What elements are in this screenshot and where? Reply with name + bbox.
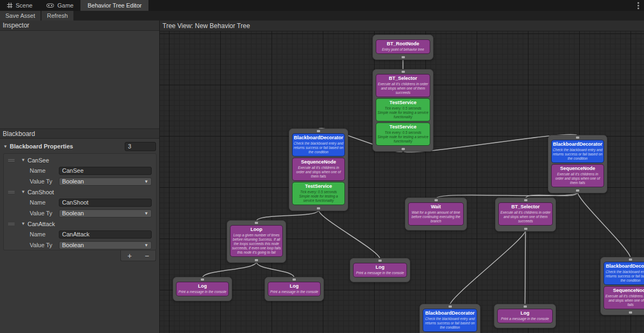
node-log[interactable]: LogPrint a message in the console xyxy=(494,304,556,328)
node-bt-rootnode[interactable]: BT_RootNodeEntry point of behavior tree xyxy=(372,35,433,60)
composite-block[interactable]: SequenceNodeExecute all it's childrens i… xyxy=(292,158,345,181)
input-port[interactable] xyxy=(629,259,632,261)
node-description: Print a message in the console xyxy=(269,290,319,294)
behavior-tree-toolbar: Save Asset Refresh xyxy=(0,11,644,21)
refresh-button[interactable]: Refresh xyxy=(42,11,73,21)
service-block[interactable]: TestServiceTick every: 0.5 secondsSimple… xyxy=(292,182,345,205)
node-log[interactable]: BlackboardDecoratorCheck the blackboard … xyxy=(419,304,480,333)
node-bt-selector[interactable]: BT_SelectorExecute all it's childrens in… xyxy=(495,198,556,232)
node-description: Execute all it's childrens in order and … xyxy=(294,166,343,179)
output-port[interactable] xyxy=(255,259,258,261)
value-type-dropdown-canshoot[interactable]: Boolean▼ xyxy=(59,209,152,218)
entry-label: CanShoot xyxy=(28,189,54,195)
output-port[interactable] xyxy=(576,189,579,192)
name-input-canattack[interactable] xyxy=(59,230,152,239)
composite-block[interactable]: BT_RootNodeEntry point of behavior tree xyxy=(376,39,430,54)
input-port[interactable] xyxy=(402,71,405,73)
decorator-block[interactable]: BlackboardDecoratorCheck the blackboard … xyxy=(292,133,345,157)
node-title: BT_RootNode xyxy=(377,41,429,47)
service-block[interactable]: TestServiceTick every: 0.5 secondsSimple… xyxy=(376,98,430,121)
composite-block[interactable]: SequenceNodeExecute all it's childrens i… xyxy=(604,286,644,309)
output-port[interactable] xyxy=(629,311,632,314)
input-port[interactable] xyxy=(576,137,579,139)
add-property-button[interactable]: + xyxy=(121,250,138,261)
node-log[interactable]: LogPrint a message in the console xyxy=(265,277,324,301)
save-asset-button[interactable]: Save Asset xyxy=(0,11,40,21)
node-title: Log xyxy=(499,310,551,317)
tab-scene[interactable]: Scene xyxy=(0,0,39,11)
node-sequencenode[interactable]: BlackboardDecoratorCheck the blackboard … xyxy=(600,257,644,315)
input-port[interactable] xyxy=(378,260,382,262)
node-log[interactable]: LogPrint a message in the console xyxy=(173,277,232,301)
input-port[interactable] xyxy=(255,222,258,224)
tab-game[interactable]: Game xyxy=(39,0,80,11)
node-loop[interactable]: LoopLoop a given number of times before … xyxy=(227,220,286,263)
blackboard-entry-canattack[interactable]: ▼CanAttack xyxy=(4,219,156,229)
composite-block[interactable]: BT_SelectorExecute all it's childrens in… xyxy=(498,202,553,226)
tab-behavior-tree-editor[interactable]: Behavior Tree Editor xyxy=(80,0,148,11)
input-port[interactable] xyxy=(524,305,527,308)
drag-handle-icon[interactable] xyxy=(8,158,15,162)
decorator-block[interactable]: BlackboardDecoratorCheck the blackboard … xyxy=(604,262,644,285)
node-title: BlackboardDecorator xyxy=(605,263,644,270)
edge[interactable] xyxy=(202,262,256,278)
foldout-arrow-icon[interactable]: ▼ xyxy=(21,189,28,194)
blackboard-entry-cansee[interactable]: ▼CanSee xyxy=(4,155,156,165)
node-subtitle: Tick every: 0.5 seconds xyxy=(377,106,429,111)
edge[interactable] xyxy=(578,192,631,258)
input-port[interactable] xyxy=(293,278,296,281)
output-port[interactable] xyxy=(402,148,405,150)
input-port[interactable] xyxy=(317,130,320,132)
composite-block[interactable]: LogPrint a message in the console xyxy=(353,263,407,277)
tree-view-canvas[interactable]: BT_RootNodeEntry point of behavior treeB… xyxy=(160,31,644,333)
value-type-value: Boolean xyxy=(62,242,84,248)
composite-block[interactable]: LogPrint a message in the console xyxy=(497,309,553,323)
value-type-label: Value Ty xyxy=(30,210,59,216)
input-port[interactable] xyxy=(201,278,204,281)
value-type-dropdown-canattack[interactable]: Boolean▼ xyxy=(59,241,152,249)
composite-block[interactable]: WaitWait for a given amount of time befo… xyxy=(408,202,464,226)
kebab-menu-icon[interactable] xyxy=(638,2,640,9)
blackboard-entry-canshoot[interactable]: ▼CanShoot xyxy=(4,187,156,197)
edge[interactable] xyxy=(450,230,526,305)
value-type-dropdown-cansee[interactable]: Boolean▼ xyxy=(59,178,152,186)
composite-block[interactable]: LogPrint a message in the console xyxy=(176,282,229,296)
output-port[interactable] xyxy=(524,228,527,230)
edge[interactable] xyxy=(256,210,318,221)
properties-count-field[interactable] xyxy=(125,142,156,151)
drag-handle-icon[interactable] xyxy=(8,190,15,194)
decorator-block[interactable]: BlackboardDecoratorCheck the blackboard … xyxy=(551,140,604,163)
input-port[interactable] xyxy=(449,305,452,308)
name-input-cansee[interactable] xyxy=(59,167,152,175)
name-input-canshoot[interactable] xyxy=(59,199,152,207)
foldout-arrow-icon[interactable]: ▼ xyxy=(3,144,10,149)
node-description: Check the blackboard entry and returns s… xyxy=(605,270,644,283)
node-sequencenode[interactable]: BlackboardDecoratorCheck the blackboard … xyxy=(548,135,607,193)
composite-block[interactable]: LoopLoop a given number of times before … xyxy=(230,225,283,257)
drag-handle-icon[interactable] xyxy=(8,222,15,226)
edge[interactable] xyxy=(318,210,380,259)
composite-block[interactable]: SequenceNodeExecute all it's childrens i… xyxy=(551,164,604,187)
service-block[interactable]: TestServiceTick every: 0.5 secondsSimple… xyxy=(376,123,430,146)
chevron-down-icon: ▼ xyxy=(144,179,148,184)
output-port[interactable] xyxy=(402,56,405,58)
input-port[interactable] xyxy=(524,199,527,201)
tab-scene-label: Scene xyxy=(16,2,32,9)
inspector-header: Inspector xyxy=(0,21,159,31)
node-testservice[interactable]: BlackboardDecoratorCheck the blackboard … xyxy=(289,128,348,211)
edge[interactable] xyxy=(525,230,526,305)
node-log[interactable]: LogPrint a message in the console xyxy=(350,258,410,282)
foldout-arrow-icon[interactable]: ▼ xyxy=(21,221,28,226)
output-port[interactable] xyxy=(317,207,320,209)
edge[interactable] xyxy=(256,262,294,278)
foldout-arrow-icon[interactable]: ▼ xyxy=(21,158,28,162)
node-title: BlackboardDecorator xyxy=(294,135,343,141)
node-wait[interactable]: WaitWait for a given amount of time befo… xyxy=(405,198,467,230)
input-port[interactable] xyxy=(435,199,438,201)
composite-block[interactable]: LogPrint a message in the console xyxy=(268,282,321,296)
decorator-block[interactable]: BlackboardDecoratorCheck the blackboard … xyxy=(423,309,477,332)
composite-block[interactable]: BT_SelectorExecute all it's childrens in… xyxy=(376,74,430,97)
node-testservice[interactable]: BT_SelectorExecute all it's childrens in… xyxy=(372,69,433,152)
tree-view-header: Tree View: New Behavior Tree xyxy=(160,21,644,31)
remove-property-button[interactable]: − xyxy=(138,250,155,261)
